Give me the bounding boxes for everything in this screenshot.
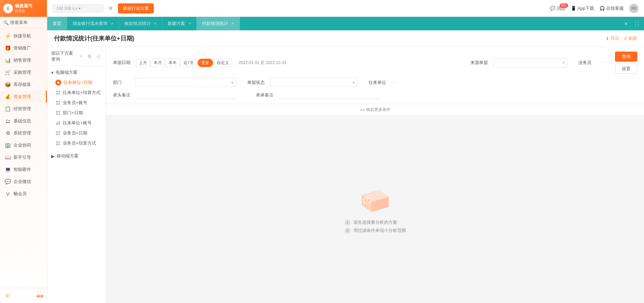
sidebar-item-inventory[interactable]: 📦 库存核算 bbox=[0, 79, 47, 91]
partner-dots[interactable]: ··· bbox=[391, 80, 398, 86]
scheme-item-partner-date[interactable]: 往来单位+日期 bbox=[47, 78, 106, 88]
tab-bank-flow-label: 现金银行流水查询 bbox=[72, 21, 108, 27]
svg-rect-9 bbox=[56, 111, 58, 113]
scheme-grid-icon4 bbox=[55, 130, 61, 136]
last-month-btn[interactable]: 上月 bbox=[136, 59, 150, 67]
sidebar-item-smart-hw[interactable]: 💻 智能硬件 bbox=[0, 163, 47, 176]
custom-date-btn[interactable]: 自定义 bbox=[214, 59, 232, 67]
more-date-btn[interactable]: 更多 bbox=[198, 59, 213, 67]
settings-gear-icon[interactable]: ⚙ bbox=[106, 4, 115, 13]
address-bar[interactable]: 192.168.x.x ▾ bbox=[53, 4, 103, 12]
tab-new-scheme-label: 新建方案 bbox=[168, 21, 185, 27]
empty-hint-2: 2 用过滤条件来缩小分析范围 bbox=[345, 228, 406, 234]
tab-bank-flow[interactable]: 现金银行流水查询 × bbox=[67, 17, 119, 30]
sidebar-label: 基础信息 bbox=[13, 118, 31, 124]
svg-rect-10 bbox=[58, 111, 60, 113]
tab-bar-actions: ✕ ⛶ bbox=[621, 19, 644, 28]
sidebar-label: 企业微信 bbox=[13, 179, 31, 185]
doc-status-input[interactable] bbox=[270, 78, 357, 87]
hint-num-1: 1 bbox=[345, 219, 351, 225]
settings-footer-icon[interactable]: ⚙ bbox=[3, 291, 12, 300]
tab-new-scheme-close[interactable]: × bbox=[188, 21, 191, 26]
last-7-days-btn[interactable]: 近7天 bbox=[180, 59, 197, 67]
staff-filter-label: 业务员 bbox=[578, 60, 595, 66]
tab-pay-stats-close[interactable]: × bbox=[232, 21, 234, 26]
scheme-settings-icon[interactable]: ⚙ bbox=[86, 53, 93, 60]
this-month-btn[interactable]: 本月 bbox=[151, 59, 165, 67]
purchase-icon: 🛒 bbox=[5, 69, 11, 75]
scheme-item-partner-settle[interactable]: 往来单位+结算方式 bbox=[47, 88, 106, 98]
top-bar-right: 💬 消息 99+ 📱 App下载 🎧 在线客服 Rit bbox=[550, 4, 639, 13]
sidebar-footer: ⚙ ◀◀ bbox=[0, 288, 47, 303]
search-menu[interactable]: 🔍 搜索菜单 bbox=[0, 17, 47, 29]
operation-icon: 📋 bbox=[5, 106, 11, 112]
tab-home[interactable]: 首页 bbox=[47, 17, 67, 30]
export-label: 导出 bbox=[611, 35, 619, 41]
sidebar-item-capital[interactable]: 💰 资金管理 bbox=[0, 91, 47, 103]
scheme-item-staff-date[interactable]: 业务员+日期 bbox=[47, 128, 106, 138]
guide-icon: 📖 bbox=[5, 154, 11, 160]
tab-payment-stats[interactable]: 收款情况统计 × bbox=[119, 17, 162, 30]
online-support-action[interactable]: 🎧 在线客服 bbox=[599, 5, 624, 11]
scheme-item-partner-account[interactable]: 往来单位+账号 bbox=[47, 118, 106, 128]
industry-button[interactable]: 体验行业方案 bbox=[118, 3, 154, 13]
collapse-sidebar-icon[interactable]: ◀◀ bbox=[35, 291, 44, 300]
sidebar-item-quick-nav[interactable]: ⚡ 快捷导航 bbox=[0, 30, 47, 42]
user-avatar[interactable]: Rit bbox=[629, 4, 639, 13]
scheme-item-staff-settle[interactable]: 业务员+结算方式 bbox=[47, 138, 106, 148]
scheme-item-staff-account[interactable]: 业务员+账号 bbox=[47, 98, 106, 108]
filter-action-buttons: 查询 设置 bbox=[615, 52, 637, 74]
app-download-action[interactable]: 📱 App下载 bbox=[571, 5, 594, 11]
smart-hw-icon: 💻 bbox=[5, 166, 11, 173]
page-header: 付款情况统计(往来单位+日期) ⬆ 导出 ↺ 刷新 bbox=[47, 30, 644, 47]
source-doc-select-wrapper: ▾ bbox=[493, 58, 567, 67]
sidebar-item-member[interactable]: V 畅会员 bbox=[0, 188, 47, 200]
svg-rect-21 bbox=[58, 141, 60, 143]
dept-input[interactable] bbox=[136, 78, 236, 87]
collapse-label: 收起更多条件 bbox=[366, 107, 390, 113]
scheme-panel-header: 按以下方案查询 ＋ ⚙ ◁ bbox=[47, 47, 106, 66]
address-dropdown-icon: ▾ bbox=[79, 6, 81, 11]
messages-action[interactable]: 💬 消息 99+ bbox=[550, 5, 565, 11]
sidebar-item-system[interactable]: ⚙ 系统管理 bbox=[0, 127, 47, 139]
source-doc-input[interactable] bbox=[494, 59, 567, 67]
mobile-section-header[interactable]: ▶ 移动端方案 bbox=[47, 151, 106, 161]
pc-section-header[interactable]: ▾ 电脑端方案 bbox=[47, 67, 106, 78]
staff-dots[interactable]: ··· bbox=[601, 60, 607, 66]
add-scheme-icon[interactable]: ＋ bbox=[77, 53, 84, 60]
tab-pay-stats[interactable]: 付款情况统计 × bbox=[197, 17, 240, 30]
svg-rect-12 bbox=[58, 113, 60, 115]
refresh-button[interactable]: ↺ 刷新 bbox=[623, 35, 637, 41]
doc-status-label: 单据状态 bbox=[247, 80, 265, 86]
svg-rect-18 bbox=[56, 133, 58, 135]
hint-text-1: 请先选择要分析的方案 bbox=[353, 219, 397, 225]
sidebar-item-basic-info[interactable]: 🗂 基础信息 bbox=[0, 115, 47, 127]
collapse-bar[interactable]: ∧∧ 收起更多条件 bbox=[106, 104, 644, 116]
tab-bank-flow-close[interactable]: × bbox=[111, 21, 113, 26]
svg-rect-11 bbox=[56, 113, 58, 115]
scheme-item-dept-date[interactable]: 部门+日期 bbox=[47, 108, 106, 118]
sidebar-item-purchase[interactable]: 🛒 采购管理 bbox=[0, 66, 47, 79]
header-note-input[interactable] bbox=[136, 91, 237, 99]
sidebar-item-operation[interactable]: 📋 经营管理 bbox=[0, 103, 47, 115]
sidebar-item-wechat[interactable]: 💬 企业微信 bbox=[0, 176, 47, 188]
tab-new-scheme[interactable]: 新建方案 × bbox=[162, 17, 197, 30]
sidebar-item-enterprise[interactable]: 🏢 企业协同 bbox=[0, 139, 47, 151]
sidebar-item-guide[interactable]: 📖 新手引导 bbox=[0, 151, 47, 163]
body-note-input[interactable] bbox=[279, 91, 380, 99]
tab-payment-close[interactable]: × bbox=[154, 21, 156, 26]
sidebar-nav: ⚡ 快捷导航 🎁 营销推广 📊 销售管理 🛒 采购管理 📦 库存核算 💰 bbox=[0, 29, 47, 288]
tab-pay-stats-label: 付款情况统计 bbox=[202, 21, 228, 27]
sidebar-item-marketing[interactable]: 🎁 营销推广 bbox=[0, 42, 47, 54]
svg-point-31 bbox=[368, 200, 370, 201]
this-year-btn[interactable]: 本年 bbox=[166, 59, 180, 67]
sidebar-item-sales[interactable]: 📊 销售管理 bbox=[0, 54, 47, 66]
scheme-collapse-icon[interactable]: ◁ bbox=[94, 53, 102, 60]
settings-button[interactable]: 设置 bbox=[615, 64, 637, 74]
wechat-icon: 💬 bbox=[5, 179, 11, 185]
query-button[interactable]: 查询 bbox=[615, 52, 637, 62]
tab-close-all-btn[interactable]: ✕ bbox=[621, 19, 631, 28]
tab-expand-btn[interactable]: ⛶ bbox=[632, 19, 641, 28]
export-button[interactable]: ⬆ 导出 bbox=[606, 35, 619, 41]
capital-icon: 💰 bbox=[5, 94, 11, 100]
